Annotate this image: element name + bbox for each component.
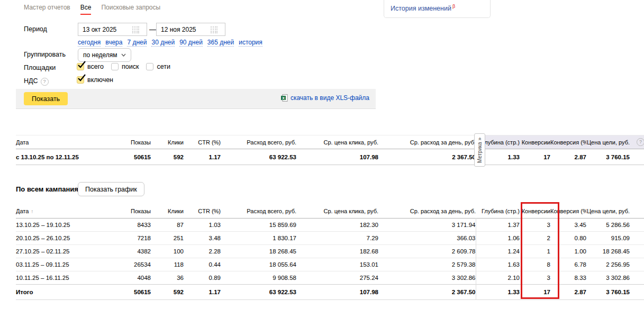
checkbox-total[interactable]: [77, 63, 84, 70]
checkbox-networks[interactable]: [146, 63, 153, 70]
group-by-value: по неделям: [83, 51, 117, 59]
cell: 1.06: [476, 231, 520, 244]
quick-link-yesterday[interactable]: вчера: [105, 39, 122, 47]
col-conversion-rate: Конверсия (%): [550, 135, 586, 149]
col-impressions[interactable]: Показы: [108, 204, 151, 218]
quick-link-today[interactable]: сегодня: [78, 39, 101, 47]
checkbox-networks-label: сети: [157, 63, 170, 70]
vat-help-icon[interactable]: ?: [41, 78, 49, 86]
cell-impressions: 50615: [108, 149, 151, 165]
cell: 153.01: [296, 258, 378, 271]
quick-link-365days[interactable]: 365 дней: [207, 39, 234, 47]
table-row: 20.10.25 – 26.10.25 7218 251 3.48 1 830.…: [16, 231, 644, 244]
show-button[interactable]: Показать: [24, 92, 68, 105]
cell-avg-cpc: 107.98: [296, 149, 378, 165]
cell: 0.80: [550, 231, 586, 244]
cell: 8433: [108, 218, 151, 231]
cell: 1 830.17: [221, 231, 296, 244]
col-conversion-rate[interactable]: Конверсия (%): [550, 204, 586, 218]
cell: 3 302.86: [586, 271, 630, 284]
group-by-select[interactable]: по неделям: [78, 48, 131, 62]
col-conversions: Конверсии: [520, 135, 550, 149]
campaigns-title: По всем кампаниям: [16, 185, 84, 193]
tab-search-queries[interactable]: Поисковые запросы: [101, 4, 160, 15]
col-goal-cost[interactable]: Цена цели, руб.: [586, 204, 630, 218]
cell: 3 302.86: [378, 271, 476, 284]
report-tabs: Мастер отчетов Все Поисковые запросы: [24, 4, 160, 15]
col-ctr: CTR (%): [184, 135, 221, 149]
checkbox-vat[interactable]: [77, 76, 84, 84]
cell-conversions: 2: [520, 231, 550, 244]
campaigns-table: Дата↑ Показы Клики CTR (%) Расход всего,…: [16, 204, 644, 300]
cell: 1.37: [476, 218, 520, 231]
cell-avg-daily-cost: 2 367.50: [378, 149, 476, 165]
cell: 3 171.94: [378, 218, 476, 231]
cell: 6.78: [550, 258, 586, 271]
actions-bar: Показать X скачать в виде XLS-файла: [16, 89, 376, 109]
check-icon: [77, 74, 86, 82]
date-from-input[interactable]: [78, 23, 147, 36]
cell: 182.30: [296, 218, 378, 231]
cell-period: 13.10.25 – 19.10.25: [16, 218, 108, 231]
col-date: Дата: [16, 135, 108, 149]
quick-link-90days[interactable]: 90 дней: [179, 39, 203, 47]
total-row: Итого 50615 592 1.17 63 922.53 107.98 2 …: [16, 284, 644, 299]
cell: 5 286.56: [586, 218, 630, 231]
cell-filler: [630, 149, 644, 165]
cell: 1.03: [184, 218, 221, 231]
checkbox-search[interactable]: [111, 63, 119, 70]
col-date-sortable[interactable]: Дата↑: [16, 204, 108, 218]
history-panel: История измененийβ: [384, 0, 491, 18]
col-total-cost: Расход всего, руб.: [221, 135, 296, 149]
tab-report-wizard[interactable]: Мастер отчетов: [24, 4, 70, 15]
cell: 1.63: [476, 258, 520, 271]
cell-period: 20.10.25 – 26.10.25: [16, 231, 108, 244]
platforms-options: всего поиск сети: [77, 63, 170, 70]
quick-link-30days[interactable]: 30 дней: [151, 39, 175, 47]
cell-filler: [630, 244, 644, 258]
cell: 251: [151, 231, 184, 244]
col-clicks[interactable]: Клики: [151, 204, 184, 218]
cell: 2.87: [550, 284, 586, 299]
date-to-input[interactable]: [156, 23, 225, 36]
cell: 50615: [108, 284, 151, 299]
cell: 118: [151, 258, 184, 271]
col-depth[interactable]: Глубина (стр.): [476, 204, 520, 218]
cell: 2.28: [184, 244, 221, 258]
quick-link-history[interactable]: история: [239, 39, 262, 47]
cell: 1.17: [184, 284, 221, 299]
cell-total-label: Итого: [16, 284, 108, 299]
col-avg-daily-cost[interactable]: Ср. расход за день, руб.: [378, 204, 476, 218]
cell: 275.24: [296, 271, 378, 284]
col-ctr[interactable]: CTR (%): [184, 204, 221, 218]
col-filler: [630, 204, 644, 218]
table-row: 03.11.25 – 09.11.25 26534 118 0.44 18 05…: [16, 258, 644, 271]
cell-conversions: 8: [520, 258, 550, 271]
tab-all[interactable]: Все: [80, 4, 92, 15]
col-clicks: Клики: [151, 135, 184, 149]
col-total-cost[interactable]: Расход всего, руб.: [221, 204, 296, 218]
cell-filler: [630, 258, 644, 271]
col-avg-cpc[interactable]: Ср. цена клика, руб.: [296, 204, 378, 218]
summary-row: с 13.10.25 по 12.11.25 50615 592 1.17 63…: [16, 149, 644, 165]
platforms-label: Площадки: [24, 64, 56, 71]
sort-asc-icon: ↑: [31, 208, 33, 214]
show-chart-button[interactable]: Показать график: [78, 182, 144, 196]
download-xls-link[interactable]: X скачать в виде XLS-файла: [281, 94, 369, 102]
cell: 100: [151, 244, 184, 258]
xls-file-icon: X: [281, 94, 288, 102]
vat-option: включен: [77, 76, 113, 84]
cell: 36: [151, 271, 184, 284]
metrica-help-icon[interactable]: ?: [637, 138, 644, 146]
history-link[interactable]: История измененийβ: [391, 4, 455, 12]
col-conversions[interactable]: Конверсии: [520, 204, 550, 218]
cell: 592: [151, 284, 184, 299]
cell-conversions: 17: [520, 149, 550, 165]
cell: 18 055.64: [221, 258, 296, 271]
col-goal-cost: Цена цели, руб.: [586, 135, 630, 149]
quick-link-7days[interactable]: 7 дней: [127, 39, 147, 47]
metrika-vertical-tab[interactable]: Метрика »: [474, 133, 485, 167]
col-impressions: Показы: [108, 135, 151, 149]
cell-filler: [630, 218, 644, 231]
cell: 3.45: [550, 218, 586, 231]
